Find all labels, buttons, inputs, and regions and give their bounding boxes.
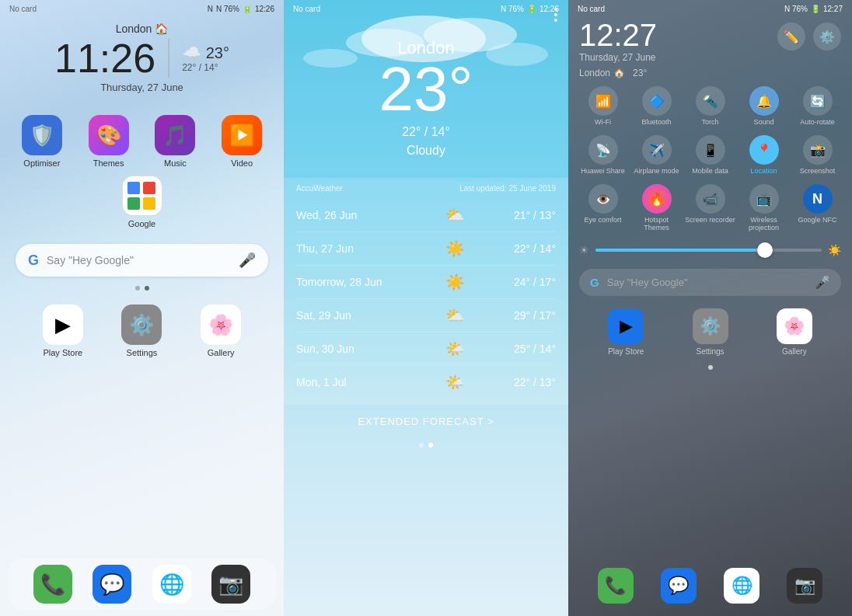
- app-music[interactable]: 🎵 Music: [152, 115, 198, 168]
- wifi-icon: 📶: [588, 86, 618, 116]
- toggle-autorotate[interactable]: 🔄 Auto-rotate: [792, 86, 843, 126]
- app-gallery[interactable]: 🌸 Gallery: [197, 305, 244, 357]
- day-0: Wed, 26 Jun: [296, 209, 397, 221]
- video-label: Video: [231, 158, 253, 168]
- toggle-torch[interactable]: 🔦 Torch: [685, 86, 735, 126]
- app-themes[interactable]: 🎨 Themes: [86, 115, 132, 168]
- toggle-mobile-data[interactable]: 📱 Mobile data: [685, 135, 735, 175]
- notif-dock-messages[interactable]: 💬: [661, 568, 697, 604]
- brightness-track[interactable]: [595, 249, 822, 252]
- toggle-wifi[interactable]: 📶 Wi-Fi: [578, 86, 628, 126]
- toggle-sound[interactable]: 🔔 Sound: [739, 86, 789, 126]
- huawei-share-label: Huawei Share: [581, 167, 625, 175]
- weather-range: 22° / 14°: [299, 125, 553, 139]
- app-google[interactable]: Google: [119, 176, 166, 228]
- dot-2: [145, 286, 149, 291]
- notif-city: London 🏠 23°: [568, 68, 852, 78]
- notif-playstore-label: Play Store: [608, 347, 644, 356]
- weather-temp: 23°: [299, 58, 553, 120]
- notif-dock-camera[interactable]: 📷: [787, 568, 822, 604]
- quick-toggles-row2: 📡 Huawei Share ✈️ Airplane mode 📱 Mobile…: [568, 131, 852, 179]
- date-display: Thursday, 27 June: [0, 82, 284, 93]
- app-playstore[interactable]: ▶ Play Store: [40, 305, 86, 357]
- toggle-huawei-share[interactable]: 📡 Huawei Share: [578, 135, 628, 175]
- extended-forecast-button[interactable]: EXTENDED FORECAST >: [284, 405, 568, 438]
- gallery-label: Gallery: [208, 348, 235, 357]
- edit-button[interactable]: ✏️: [777, 23, 805, 50]
- weather-page-dots: [284, 438, 568, 452]
- notif-settings-icon: ⚙️: [693, 308, 728, 344]
- temps-4: 25° / 14°: [514, 343, 556, 355]
- bluetooth-icon: 🔷: [642, 86, 672, 116]
- toggle-eye-comfort[interactable]: 👁️ Eye comfort: [578, 184, 628, 231]
- toggle-screen-recorder[interactable]: 📹 Screen recorder: [685, 184, 735, 231]
- temps-5: 22° / 13°: [514, 376, 556, 388]
- sound-label: Sound: [753, 118, 773, 126]
- notif-dock-phone[interactable]: 📞: [598, 568, 634, 604]
- n-battery: 🔋: [811, 5, 820, 13]
- autorotate-label: Auto-rotate: [800, 118, 835, 126]
- w-dot-1: [419, 443, 424, 447]
- location-label: Location: [750, 167, 777, 175]
- quick-toggles-row3: 👁️ Eye comfort 🔥 Hotspot Themes 📹 Screen…: [568, 179, 852, 236]
- day-4: Sun, 30 Jun: [296, 343, 397, 355]
- nfc-icon: N: [803, 184, 833, 214]
- toggle-nfc[interactable]: N Google NFC: [792, 184, 843, 231]
- gallery-icon: 🌸: [201, 305, 241, 345]
- w-signal: N 76%: [501, 5, 524, 13]
- weather-main: London 23° 22° / 14° Cloudy: [284, 15, 568, 170]
- three-dot-menu[interactable]: [553, 6, 559, 23]
- forecast-row-5: Mon, 1 Jul 🌤️ 22° / 13°: [296, 366, 556, 398]
- time-display: 11:26: [54, 38, 155, 78]
- n-home-icon: 🏠: [613, 68, 625, 78]
- w-battery: 🔋: [527, 5, 536, 13]
- quick-toggles-row1: 📶 Wi-Fi 🔷 Bluetooth 🔦 Torch 🔔 Sound 🔄 Au…: [568, 82, 852, 131]
- dock-camera[interactable]: 📷: [211, 565, 250, 604]
- toggle-hotspot[interactable]: 🔥 Hotspot Themes: [631, 184, 682, 231]
- notif-search-bar[interactable]: G Say "Hey Google" 🎤: [579, 269, 841, 296]
- notif-playstore-icon: ▶: [608, 308, 644, 344]
- dock-chrome[interactable]: 🌐: [152, 565, 191, 604]
- n-temp-small: 23°: [633, 68, 647, 78]
- playstore-label: Play Store: [43, 348, 82, 357]
- settings-label: Settings: [127, 348, 158, 357]
- app-settings[interactable]: ⚙️ Settings: [118, 305, 165, 357]
- dock-phone[interactable]: 📞: [33, 565, 72, 604]
- forecast-updated: Last updated: 25 June 2019: [459, 184, 556, 193]
- temp-value: 23°: [206, 44, 229, 61]
- toggle-bluetooth[interactable]: 🔷 Bluetooth: [631, 86, 682, 126]
- toggle-wireless-projection[interactable]: 📺 Wireless projection: [739, 184, 789, 231]
- clock: 12:26: [255, 5, 274, 13]
- search-bar-home[interactable]: G Say "Hey Google" 🎤: [16, 244, 268, 277]
- signal-icon: N: [208, 5, 213, 13]
- notif-app-settings[interactable]: ⚙️ Settings: [693, 308, 728, 356]
- brightness-row: ☀ ☀️: [568, 236, 852, 264]
- icon-5: 🌤️: [445, 373, 465, 392]
- toggle-screenshot[interactable]: 📸 Screenshot: [792, 135, 843, 175]
- notif-app-gallery[interactable]: 🌸 Gallery: [777, 308, 812, 356]
- forecast-row-2: Tomorrow, 28 Jun ☀️ 24° / 17°: [296, 266, 556, 299]
- toggle-location[interactable]: 📍 Location: [739, 135, 789, 175]
- app-video[interactable]: ▶️ Video: [218, 115, 265, 168]
- toggle-airplane[interactable]: ✈️ Airplane mode: [631, 135, 682, 175]
- weather-app-panel: No card N 76% 🔋 12:26 London 23° 22° / 1…: [284, 0, 568, 616]
- notif-app-row: ▶ Play Store ⚙️ Settings 🌸 Gallery: [568, 301, 852, 362]
- app-optimiser[interactable]: 🛡️ Optimiser: [19, 115, 65, 168]
- icon-2: ☀️: [445, 273, 465, 291]
- brightness-thumb[interactable]: [757, 242, 773, 258]
- icon-0: ⛅: [445, 206, 465, 224]
- notif-search-placeholder: Say "Hey Google": [607, 277, 807, 288]
- torch-label: Torch: [701, 118, 718, 126]
- screenshot-icon: 📸: [803, 135, 833, 165]
- notif-app-playstore[interactable]: ▶ Play Store: [608, 308, 644, 356]
- eye-comfort-icon: 👁️: [588, 184, 618, 214]
- status-bar-home: No card N N 76% 🔋 12:26: [0, 0, 284, 15]
- settings-button[interactable]: ⚙️: [813, 23, 841, 50]
- notif-dock-chrome[interactable]: 🌐: [724, 568, 759, 604]
- status-no-card: No card: [9, 5, 37, 13]
- optimiser-label: Optimiser: [23, 158, 60, 168]
- dock-messages[interactable]: 💬: [93, 565, 131, 604]
- n-signal: N 76%: [784, 5, 808, 13]
- forecast-row-0: Wed, 26 Jun ⛅ 21° / 13°: [296, 199, 556, 232]
- secondary-apps: ▶ Play Store ⚙️ Settings 🌸 Gallery: [0, 297, 284, 362]
